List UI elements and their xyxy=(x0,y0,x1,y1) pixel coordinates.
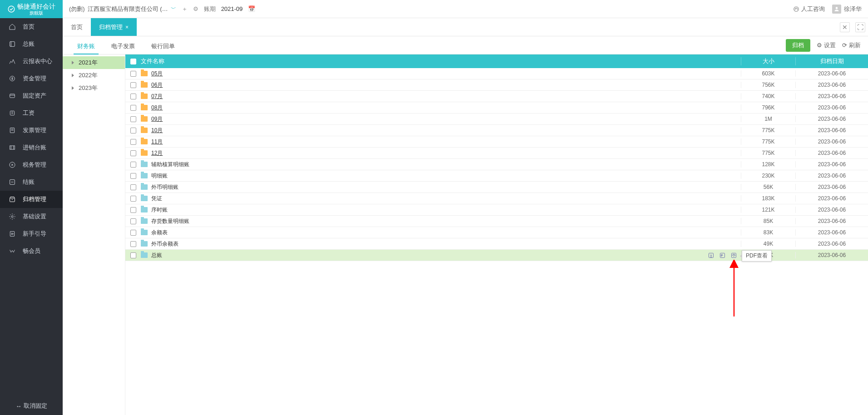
folder-icon xyxy=(141,196,148,201)
row-checkbox[interactable] xyxy=(130,196,136,202)
table-row[interactable]: 08月 796K 2023-06-06 xyxy=(125,102,868,114)
sidebar-item-salary[interactable]: 工资 xyxy=(0,104,63,122)
row-checkbox[interactable] xyxy=(130,139,136,145)
consult-button[interactable]: 人工咨询 xyxy=(793,5,825,13)
file-name[interactable]: 11月 xyxy=(151,138,163,146)
file-size: 49K xyxy=(741,241,795,247)
file-name[interactable]: 07月 xyxy=(151,93,163,100)
select-all-checkbox[interactable] xyxy=(130,59,136,64)
sidebar-item-label: 新手引导 xyxy=(23,230,46,238)
file-date: 2023-06-06 xyxy=(795,184,868,190)
file-name[interactable]: 10月 xyxy=(151,127,163,134)
unpin-button[interactable]: ↔取消固定 xyxy=(0,397,63,415)
table-row[interactable]: 总账 30K 2023-06-06 xyxy=(125,250,868,261)
table-row[interactable]: 05月 603K 2023-06-06 xyxy=(125,68,868,79)
close-tab-icon[interactable]: ✕ xyxy=(840,22,850,32)
download-pdf-icon[interactable] xyxy=(719,252,726,259)
view-pdf-icon[interactable] xyxy=(730,252,737,259)
sidebar-item-cloud-report[interactable]: 云报表中心 xyxy=(0,53,63,70)
year-label: 2021年 xyxy=(79,59,98,67)
table-row[interactable]: 外币明细账 56K 2023-06-06 xyxy=(125,182,868,193)
sidebar-item-close[interactable]: 结账 xyxy=(0,173,63,191)
row-checkbox[interactable] xyxy=(130,71,136,77)
file-name[interactable]: 06月 xyxy=(151,81,163,89)
sidebar-item-ledger[interactable]: 总账 xyxy=(0,35,63,53)
file-size: 775K xyxy=(741,127,795,133)
close-icon[interactable]: × xyxy=(125,24,129,30)
fullscreen-icon[interactable]: ⛶ xyxy=(855,22,865,32)
inner-tab-bank-slip[interactable]: 银行回单 xyxy=(143,39,183,54)
row-checkbox[interactable] xyxy=(130,241,136,247)
plus-icon[interactable]: ＋ xyxy=(182,5,188,13)
svg-marker-12 xyxy=(12,233,14,235)
row-checkbox[interactable] xyxy=(130,82,136,88)
tab-home[interactable]: 首页 xyxy=(63,18,91,36)
row-checkbox[interactable] xyxy=(130,162,136,168)
row-checkbox[interactable] xyxy=(130,173,136,179)
row-checkbox[interactable] xyxy=(130,116,136,122)
table-row[interactable]: 外币余额表 49K 2023-06-06 xyxy=(125,238,868,250)
archive-button[interactable]: 归档 xyxy=(786,39,810,52)
year-item[interactable]: 2021年 xyxy=(63,56,125,69)
sidebar-item-settings[interactable]: 基础设置 xyxy=(0,208,63,225)
folder-icon xyxy=(141,230,148,235)
table-row[interactable]: 11月 775K 2023-06-06 xyxy=(125,136,868,148)
row-checkbox[interactable] xyxy=(130,94,136,99)
table-row[interactable]: 辅助核算明细账 128K 2023-06-06 xyxy=(125,159,868,170)
sidebar-item-tax[interactable]: 税务管理 xyxy=(0,156,63,173)
row-checkbox[interactable] xyxy=(130,207,136,213)
file-size: 85K xyxy=(741,218,795,224)
table-row[interactable]: 凭证 183K 2023-06-06 xyxy=(125,193,868,204)
sidebar-item-member[interactable]: 畅会员 xyxy=(0,242,63,260)
folder-icon xyxy=(141,162,148,167)
gear-icon[interactable]: ⚙ xyxy=(193,5,198,12)
calendar-icon[interactable]: 📅 xyxy=(248,5,255,12)
sidebar-item-invoice[interactable]: 发票管理 xyxy=(0,122,63,139)
table-row[interactable]: 09月 1M 2023-06-06 xyxy=(125,114,868,125)
sidebar-item-guide[interactable]: 新手引导 xyxy=(0,225,63,242)
table-row[interactable]: 存货数量明细账 85K 2023-06-06 xyxy=(125,216,868,227)
chevron-right-icon xyxy=(72,74,74,77)
file-name[interactable]: 08月 xyxy=(151,104,163,112)
table-row[interactable]: 07月 740K 2023-06-06 xyxy=(125,91,868,102)
inner-tab-finance[interactable]: 财务账 xyxy=(69,39,103,54)
table-row[interactable]: 12月 775K 2023-06-06 xyxy=(125,148,868,159)
sidebar-item-purchase-sale[interactable]: 进销台账 xyxy=(0,139,63,156)
sidebar-item-label: 首页 xyxy=(23,23,35,31)
company-selector[interactable]: (勿删) 江西服宝精品有限责任公司 (… ﹀ xyxy=(69,5,176,13)
brand-edition: 旗舰版 xyxy=(30,11,43,15)
tab-archive-mgmt[interactable]: 归档管理× xyxy=(91,18,137,36)
year-item[interactable]: 2022年 xyxy=(63,69,125,82)
row-checkbox[interactable] xyxy=(130,230,136,236)
sidebar-item-label: 进销台账 xyxy=(23,143,46,152)
row-checkbox[interactable] xyxy=(130,218,136,224)
period-value[interactable]: 2021-09 xyxy=(221,5,243,12)
inner-tab-e-invoice[interactable]: 电子发票 xyxy=(103,39,143,54)
file-size: 128K xyxy=(741,161,795,168)
year-item[interactable]: 2023年 xyxy=(63,82,125,94)
file-name[interactable]: 05月 xyxy=(151,70,163,78)
download-excel-icon[interactable] xyxy=(708,252,714,259)
svg-rect-6 xyxy=(10,146,15,149)
table-row[interactable]: 06月 756K 2023-06-06 xyxy=(125,79,868,91)
file-name[interactable]: 09月 xyxy=(151,115,163,123)
row-checkbox[interactable] xyxy=(130,252,136,258)
settings-link[interactable]: ⚙ 设置 xyxy=(817,41,836,49)
table-row[interactable]: 序时账 121K 2023-06-06 xyxy=(125,204,868,216)
file-name[interactable]: 12月 xyxy=(151,149,163,157)
sidebar-item-archive[interactable]: 归档管理 xyxy=(0,191,63,208)
user-menu[interactable]: 徐泽华 xyxy=(832,5,862,14)
row-checkbox[interactable] xyxy=(130,184,136,190)
table-row[interactable]: 10月 775K 2023-06-06 xyxy=(125,125,868,136)
table-row[interactable]: 明细账 230K 2023-06-06 xyxy=(125,170,868,182)
row-checkbox[interactable] xyxy=(130,128,136,133)
sidebar-item-fixed-asset[interactable]: 固定资产 xyxy=(0,87,63,104)
sidebar-item-funds[interactable]: 资金管理 xyxy=(0,70,63,87)
sidebar-item-home[interactable]: 首页 xyxy=(0,18,63,35)
refresh-link[interactable]: ⟳ 刷新 xyxy=(842,41,861,49)
svg-point-0 xyxy=(8,6,15,12)
table-row[interactable]: 余额表 83K 2023-06-06 xyxy=(125,227,868,238)
row-checkbox[interactable] xyxy=(130,150,136,156)
row-checkbox[interactable] xyxy=(130,105,136,111)
folder-icon xyxy=(141,139,148,144)
